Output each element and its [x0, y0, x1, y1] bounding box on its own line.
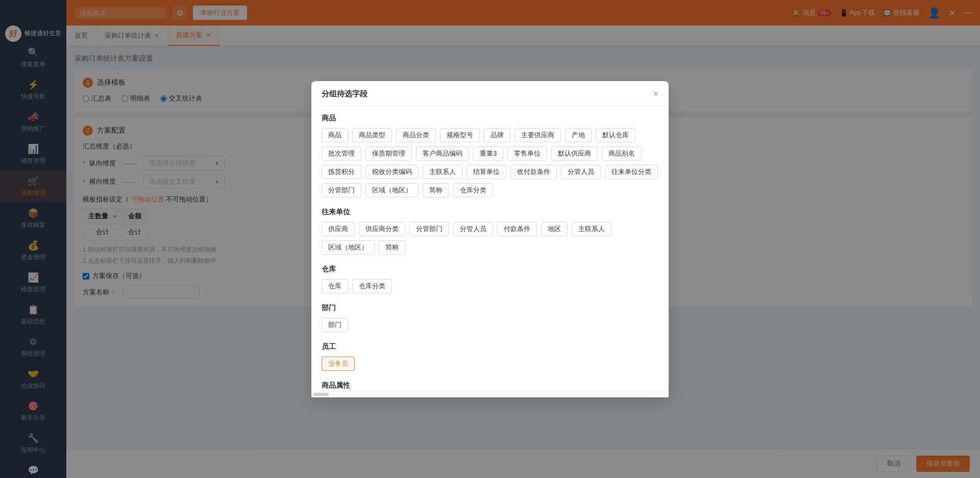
field-tag[interactable]: 分管人员	[453, 222, 493, 236]
field-tag[interactable]: 主要供应商	[514, 128, 561, 142]
field-tag[interactable]: 主联系人	[423, 165, 462, 179]
field-tag[interactable]: 商品	[322, 128, 348, 142]
field-tag[interactable]: 付款条件	[497, 222, 537, 236]
field-tag[interactable]: 区域（地区）	[365, 183, 419, 197]
field-tag[interactable]: 批次管理	[322, 146, 361, 161]
field-tag[interactable]: 产地	[565, 128, 592, 142]
field-group-department: 部门 部门	[322, 304, 658, 332]
field-tag[interactable]: 分管部门	[409, 222, 449, 236]
field-tag[interactable]: 品牌	[484, 128, 510, 142]
field-group-staff: 员工 业务员	[322, 342, 658, 371]
field-tag[interactable]: 供应商	[322, 222, 355, 236]
dialog-close-btn[interactable]: ×	[653, 89, 658, 98]
department-fields: 部门	[322, 318, 658, 332]
field-tag[interactable]: 拣货积分	[322, 165, 361, 179]
field-tag[interactable]: 税收分类编码	[365, 165, 419, 179]
dialog-body[interactable]: 商品 商品 商品类型 商品分类 规格型号 品牌 主要供应商 产地 默认仓库 批次…	[311, 106, 669, 391]
field-tag[interactable]: 零售单位	[507, 146, 547, 161]
dialog-title: 分组待选字段	[322, 89, 368, 99]
contacts-fields: 供应商 供应商分类 分管部门 分管人员 付款条件 地区 主联系人 区域（地区） …	[322, 222, 658, 255]
field-tag[interactable]: 结算单位	[467, 165, 506, 179]
field-group-goods: 商品 商品 商品类型 商品分类 规格型号 品牌 主要供应商 产地 默认仓库 批次…	[322, 114, 658, 197]
overlay: 分组待选字段 × 商品 商品 商品类型 商品分类 规格型号 品牌 主要供应商 产…	[0, 0, 980, 478]
field-tag[interactable]: 往来单位分类	[605, 165, 658, 179]
field-tag-salesperson[interactable]: 业务员	[322, 357, 355, 371]
field-group-contacts: 往来单位 供应商 供应商分类 分管部门 分管人员 付款条件 地区 主联系人 区域…	[322, 208, 658, 255]
field-tag[interactable]: 供应商分类	[359, 222, 405, 236]
field-tag[interactable]: 仓库分类	[352, 279, 392, 293]
field-tag[interactable]: 简称	[379, 240, 405, 255]
goods-fields: 商品 商品类型 商品分类 规格型号 品牌 主要供应商 产地 默认仓库 批次管理 …	[322, 128, 658, 197]
field-tag[interactable]: 区域（地区）	[322, 240, 375, 255]
field-group-title-contacts: 往来单位	[322, 208, 658, 217]
dialog-scrollbar-area	[311, 391, 669, 397]
field-tag[interactable]: 客户商品编码	[416, 146, 469, 161]
field-tag[interactable]: 分管部门	[322, 183, 361, 197]
field-group-warehouse: 仓库 仓库 仓库分类	[322, 265, 658, 293]
field-group-title-goods: 商品	[322, 114, 658, 123]
field-tag[interactable]: 收付款条件	[510, 165, 557, 179]
field-tag[interactable]: 商品分类	[396, 128, 436, 142]
warehouse-fields: 仓库 仓库分类	[322, 279, 658, 293]
dialog-header: 分组待选字段 ×	[311, 81, 669, 106]
field-tag[interactable]: 仓库	[322, 279, 348, 293]
field-group-title-staff: 员工	[322, 342, 658, 351]
field-tag[interactable]: 保质期管理	[365, 146, 412, 161]
field-tag[interactable]: 商品类型	[352, 128, 392, 142]
field-tag[interactable]: 默认供应商	[551, 146, 598, 161]
field-tag[interactable]: 仓库分类	[453, 183, 493, 197]
field-tag[interactable]: 简称	[423, 183, 449, 197]
field-tag[interactable]: 商品别名	[602, 146, 642, 161]
staff-fields: 业务员	[322, 357, 658, 371]
field-tag[interactable]: 规格型号	[440, 128, 480, 142]
field-tag[interactable]: 地区	[541, 222, 568, 236]
field-tag[interactable]: 部门	[322, 318, 348, 332]
horizontal-scrollbar-thumb[interactable]	[313, 393, 329, 396]
field-tag[interactable]: 重量3	[473, 146, 503, 161]
field-tag[interactable]: 主联系人	[572, 222, 611, 236]
field-group-goods-attr: 商品属性 属性 颜色 多规格 尺码 鞋码 1	[322, 381, 658, 391]
field-tag[interactable]: 分管人员	[561, 165, 601, 179]
field-tag[interactable]: 默认仓库	[596, 128, 635, 142]
field-group-title-goods-attr: 商品属性	[322, 381, 658, 390]
field-group-title-warehouse: 仓库	[322, 265, 658, 274]
field-group-title-department: 部门	[322, 304, 658, 313]
dialog: 分组待选字段 × 商品 商品 商品类型 商品分类 规格型号 品牌 主要供应商 产…	[311, 81, 669, 397]
